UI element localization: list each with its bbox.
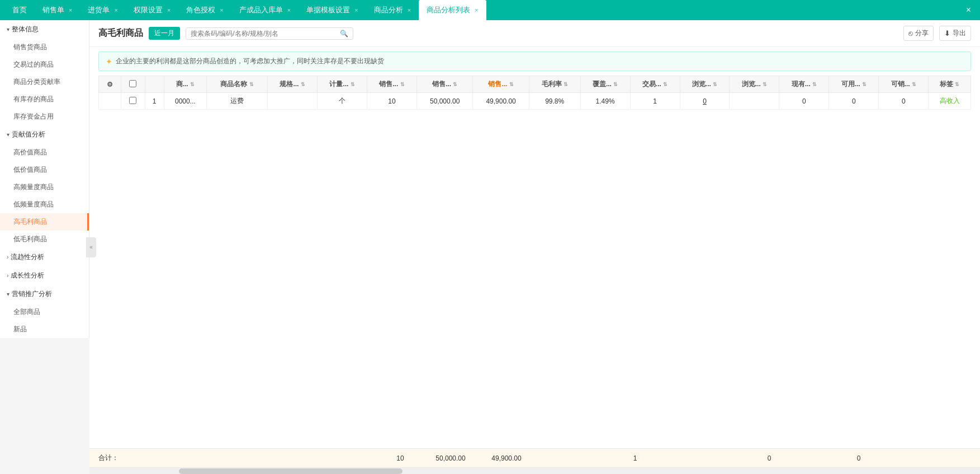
cell-sellable: 0 [879, 93, 929, 110]
close-all-button[interactable]: × [962, 5, 976, 15]
main-layout: ▾ 整体信息 销售货商品 交易过的商品 商品分类贡献率 有库存的商品 库存资金占… [0, 20, 980, 474]
footer-sales-qty: 10 [378, 454, 423, 462]
table-wrapper: ⚙ 商... ⇅ 商品名称 ⇅ 规格... ⇅ 计量... ⇅ 销售... ⇅ … [89, 76, 980, 448]
col-sellable[interactable]: 可销... ⇅ [879, 76, 929, 93]
col-unit[interactable]: 计量... ⇅ [318, 76, 367, 93]
footer-sales-amount: 50,000.00 [423, 454, 479, 462]
chevron-down-icon: ▾ [7, 26, 10, 32]
close-icon[interactable]: × [167, 7, 171, 13]
col-settings[interactable]: ⚙ [99, 76, 121, 93]
cell-available1: 0 [779, 93, 829, 110]
sidebar-group-overall[interactable]: ▾ 整体信息 [0, 20, 89, 39]
search-box: 🔍 [186, 27, 353, 40]
col-sales-qty[interactable]: 销售... ⇅ [367, 76, 416, 93]
close-icon[interactable]: × [408, 7, 411, 13]
nav-tab-order-template[interactable]: 单据模板设置 × [299, 0, 366, 20]
col-trade[interactable]: 交易... ⇅ [630, 76, 680, 93]
col-checkbox [121, 76, 145, 93]
sidebar-group-trend[interactable]: › 流趋性分析 [0, 248, 89, 266]
search-input[interactable] [191, 30, 338, 37]
share-button[interactable]: ⎋ 分享 [903, 26, 934, 41]
col-available1[interactable]: 现有... ⇅ [779, 76, 829, 93]
sidebar-item-in-stock-goods[interactable]: 有库存的商品 [0, 91, 89, 108]
export-button[interactable]: ⬇ 导出 [939, 26, 971, 41]
col-sales-amount[interactable]: 销售... ⇅ [416, 76, 472, 93]
cell-settings [99, 93, 121, 110]
export-icon: ⬇ [944, 29, 950, 37]
sidebar-item-traded-goods[interactable]: 交易过的商品 [0, 56, 89, 73]
sidebar-group-financial[interactable]: ▾ 贡献值分析 [0, 125, 89, 144]
cell-spec [268, 93, 318, 110]
sidebar-item-low-freq-goods[interactable]: 低频量度商品 [0, 196, 89, 213]
info-banner: ✦ 企业的主要的利润都是这部分商品创造的，可考虑加大推广，同时关注库存是不要出现… [98, 51, 971, 71]
chevron-right-icon: › [7, 254, 8, 260]
cell-margin-rate: 99.8% [529, 93, 580, 110]
col-available2[interactable]: 可用... ⇅ [829, 76, 879, 93]
cell-checkbox [121, 93, 145, 110]
sidebar-item-low-margin-goods[interactable]: 低毛利商品 [0, 231, 89, 248]
nav-tab-product-analysis-list[interactable]: 商品分析列表 × [419, 0, 486, 20]
cell-name: 运费 [207, 93, 268, 110]
select-all-checkbox[interactable] [129, 80, 136, 87]
sidebar-item-high-value-goods[interactable]: 高价值商品 [0, 144, 89, 161]
close-icon[interactable]: × [114, 7, 117, 13]
col-name[interactable]: 商品名称 ⇅ [207, 76, 268, 93]
close-icon[interactable]: × [475, 7, 478, 13]
nav-tab-product-entry[interactable]: 产成品入库单 × [231, 0, 299, 20]
chevron-down-icon: ▾ [7, 291, 10, 297]
col-coverage[interactable]: 覆盖... ⇅ [580, 76, 630, 93]
cell-tag: 高收入 [929, 93, 971, 110]
sidebar-item-new-goods[interactable]: 新品 [0, 321, 89, 338]
sidebar-item-sales-goods[interactable]: 销售货商品 [0, 39, 89, 56]
sidebar-item-low-value-goods[interactable]: 低价值商品 [0, 161, 89, 179]
chevron-right-icon: › [7, 273, 8, 279]
header-actions: ⎋ 分享 ⬇ 导出 [903, 26, 971, 41]
sidebar-item-goods-contrib-rate[interactable]: 商品分类贡献率 [0, 73, 89, 91]
sidebar-item-stock-capital[interactable]: 库存资金占用 [0, 108, 89, 125]
close-icon[interactable]: × [69, 7, 72, 13]
scrollbar-thumb[interactable] [179, 468, 403, 474]
cell-browse1[interactable]: 0 [680, 93, 730, 110]
col-seq [145, 76, 164, 93]
footer-available1: 0 [747, 454, 792, 462]
table-row: 1 0000... 运费 个 10 50,000.00 49,900.00 99… [99, 93, 971, 110]
row-checkbox[interactable] [129, 97, 136, 104]
col-browse2[interactable]: 浏览... ⇅ [730, 76, 779, 93]
share-icon: ⎋ [908, 29, 913, 37]
sidebar-item-high-margin-goods[interactable]: 高毛利商品 [0, 213, 89, 231]
sidebar-group-growth[interactable]: › 成长性分析 [0, 266, 89, 285]
top-navigation: 首页 销售单 × 进货单 × 权限设置 × 角色授权 × 产成品入库单 × 单据… [0, 0, 980, 20]
cell-seq: 1 [145, 93, 164, 110]
cell-sales-profit: 49,900.00 [473, 93, 529, 110]
search-icon[interactable]: 🔍 [340, 30, 348, 37]
cell-code: 0000... [164, 93, 207, 110]
col-sales-profit[interactable]: 销售... ⇅ [473, 76, 529, 93]
close-icon[interactable]: × [287, 7, 291, 13]
horizontal-scrollbar[interactable] [89, 467, 980, 474]
col-spec[interactable]: 规格... ⇅ [268, 76, 318, 93]
col-browse1[interactable]: 浏览... ⇅ [680, 76, 730, 93]
footer-trade: 1 [613, 454, 657, 462]
col-tag[interactable]: 标签 ⇅ [929, 76, 971, 93]
sidebar-item-high-freq-goods[interactable]: 高频量度商品 [0, 179, 89, 196]
nav-tab-sales[interactable]: 销售单 × [35, 0, 80, 20]
nav-tab-permission-setting[interactable]: 权限设置 × [126, 0, 178, 20]
nav-tab-purchase[interactable]: 进货单 × [80, 0, 125, 20]
nav-tab-product-analysis[interactable]: 商品分析 × [366, 0, 419, 20]
chevron-down-icon: ▾ [7, 132, 10, 138]
page-title: 高毛利商品 [98, 27, 143, 39]
col-code[interactable]: 商... ⇅ [164, 76, 207, 93]
close-icon[interactable]: × [220, 7, 223, 13]
nav-tab-role-permission[interactable]: 角色授权 × [178, 0, 231, 20]
sidebar-item-all-goods[interactable]: 全部商品 [0, 303, 89, 321]
cell-coverage: 1.49% [580, 93, 630, 110]
close-icon[interactable]: × [354, 7, 358, 13]
sidebar-toggle-button[interactable]: « [86, 237, 96, 257]
total-label: 合计： [98, 453, 143, 463]
time-filter-button[interactable]: 近一月 [149, 27, 180, 40]
nav-tab-home[interactable]: 首页 [4, 0, 35, 20]
col-margin-rate[interactable]: 毛利率 ⇅ [529, 76, 580, 93]
sidebar-group-marketing[interactable]: ▾ 营销推广分析 [0, 285, 89, 303]
content-area: 高毛利商品 近一月 🔍 ⎋ 分享 ⬇ 导出 ✦ 企业的主要的利润都是这部分商品创… [89, 20, 980, 474]
tip-icon: ✦ [106, 57, 112, 66]
